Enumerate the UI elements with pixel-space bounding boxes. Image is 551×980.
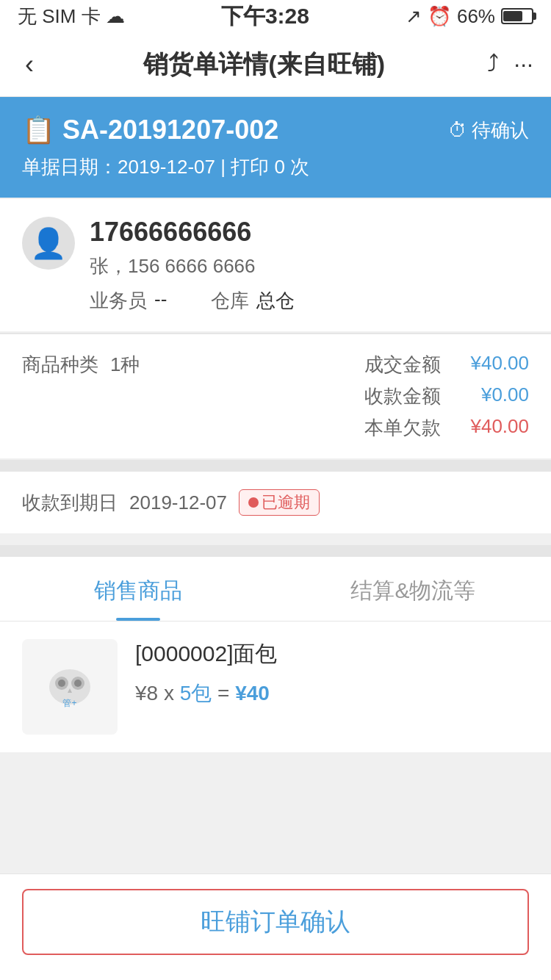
amount-row-1: 收款金额 ¥0.00	[364, 383, 529, 409]
amount-value-1: ¥0.00	[455, 383, 529, 409]
status-bar-left: 无 SIM 卡 ☁	[18, 4, 125, 29]
avatar-icon: 👤	[30, 226, 67, 261]
divider-2	[0, 460, 551, 472]
status-bar: 无 SIM 卡 ☁ 下午3:28 ↗ ⏰ 66%	[0, 0, 551, 32]
overdue-text: 已逾期	[262, 491, 310, 514]
product-type-label: 商品种类	[22, 352, 98, 378]
product-unit-price: ¥8 x	[135, 682, 180, 705]
share-button[interactable]: ⤴	[487, 51, 499, 78]
svg-text:管+: 管+	[62, 698, 76, 708]
sim-status: 无 SIM 卡 ☁	[18, 4, 125, 29]
product-thumbnail: 管+	[22, 639, 118, 735]
confirm-order-button[interactable]: 旺铺订单确认	[22, 889, 529, 955]
header-card-top: 📋 SA-20191207-002 ⏱ 待确认	[22, 115, 529, 145]
back-button[interactable]: ‹	[18, 42, 41, 87]
due-date-value: 2019-12-07	[129, 491, 227, 514]
tabs: 销售商品 结算&物流等	[0, 557, 551, 621]
battery-icon	[501, 8, 533, 24]
status-bar-right: ↗ ⏰ 66%	[406, 5, 533, 28]
sales-rep: 业务员 --	[90, 288, 167, 314]
amount-label-0: 成交金额	[364, 352, 441, 378]
overdue-dot-icon	[248, 497, 259, 508]
alarm-icon: ⏰	[428, 5, 451, 28]
bottom-area: 旺铺订单确认	[0, 873, 551, 980]
product-price: ¥8 x 5包 = ¥40	[135, 680, 529, 707]
order-number: 📋 SA-20191207-002	[22, 115, 278, 145]
avatar: 👤	[22, 217, 75, 270]
amount-value-0: ¥40.00	[455, 352, 529, 378]
amount-value-2: ¥40.00	[455, 415, 529, 441]
sales-rep-value: --	[154, 288, 167, 314]
customer-name: 张，156 6666 6666	[90, 253, 529, 279]
battery-percent: 66%	[457, 5, 495, 28]
warehouse-value: 总仓	[256, 288, 295, 314]
order-status: ⏱ 待确认	[448, 118, 529, 143]
amount-row-0: 成交金额 ¥40.00	[364, 352, 529, 378]
svg-point-4	[74, 680, 82, 687]
product-thumb-svg: 管+	[40, 665, 99, 709]
customer-section: 👤 17666666666 张，156 6666 6666 业务员 -- 仓库 …	[0, 199, 551, 331]
product-section: 管+ [0000002]面包 ¥8 x 5包 = ¥40	[0, 621, 551, 752]
svg-point-3	[58, 680, 65, 687]
amounts: 成交金额 ¥40.00 收款金额 ¥0.00 本单欠款 ¥40.00	[364, 352, 529, 441]
sales-rep-label: 业务员	[90, 288, 147, 314]
product-total: ¥40	[235, 682, 270, 705]
warehouse: 仓库 总仓	[211, 288, 295, 314]
due-date-label: 收款到期日	[22, 490, 118, 516]
location-icon: ↗	[406, 5, 422, 28]
product-type-value: 1种	[110, 352, 140, 378]
clock-icon: ⏱	[448, 119, 467, 142]
status-bar-time: 下午3:28	[221, 1, 309, 32]
tab-sales-products[interactable]: 销售商品	[0, 557, 276, 621]
product-qty: 5包	[180, 682, 212, 705]
customer-meta: 业务员 -- 仓库 总仓	[90, 288, 529, 314]
divider-3	[0, 545, 551, 557]
tab-settlement[interactable]: 结算&物流等	[276, 557, 551, 621]
summary-section: 商品种类 1种 成交金额 ¥40.00 收款金额 ¥0.00 本单欠款 ¥40.…	[0, 334, 551, 458]
warehouse-label: 仓库	[211, 288, 249, 314]
product-type: 商品种类 1种	[22, 352, 140, 378]
nav-bar: ‹ 销货单详情(来自旺铺) ⤴ ···	[0, 32, 551, 97]
order-date: 单据日期：2019-12-07 | 打印 0 次	[22, 154, 529, 180]
overdue-badge: 已逾期	[239, 489, 320, 516]
page-title: 销货单详情(来自旺铺)	[143, 48, 385, 82]
more-button[interactable]: ···	[514, 51, 533, 78]
amount-label-1: 收款金额	[364, 383, 441, 409]
product-name: [0000002]面包	[135, 639, 529, 669]
nav-actions: ⤴ ···	[487, 51, 533, 78]
header-card: 📋 SA-20191207-002 ⏱ 待确认 单据日期：2019-12-07 …	[0, 97, 551, 198]
product-info: [0000002]面包 ¥8 x 5包 = ¥40	[135, 639, 529, 707]
product-equals: =	[212, 682, 235, 705]
amount-row-2: 本单欠款 ¥40.00	[364, 415, 529, 441]
due-date-section: 收款到期日 2019-12-07 已逾期	[0, 472, 551, 533]
customer-phone: 17666666666	[90, 217, 529, 248]
amount-label-2: 本单欠款	[364, 415, 441, 441]
customer-info: 17666666666 张，156 6666 6666 业务员 -- 仓库 总仓	[90, 217, 529, 314]
order-icon: 📋	[22, 115, 55, 145]
